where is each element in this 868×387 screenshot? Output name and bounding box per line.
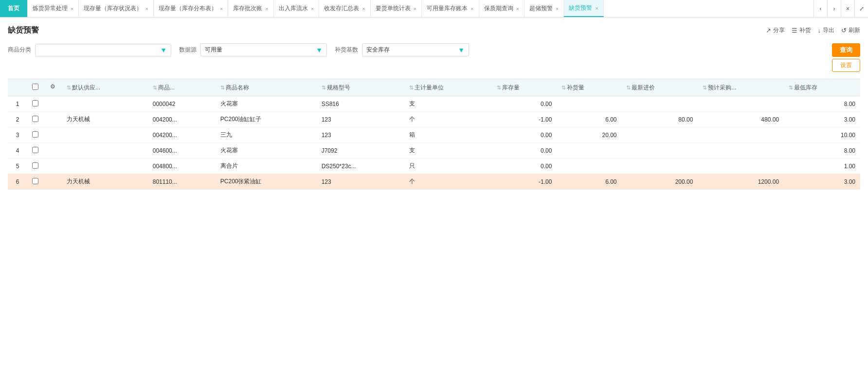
- replenish-button[interactable]: ☰ 补货: [792, 26, 811, 35]
- row-checkbox-cell: [27, 112, 43, 127]
- nav-prev-button[interactable]: ‹: [814, 0, 827, 18]
- nav-next-button[interactable]: ›: [827, 0, 841, 18]
- close-icon[interactable]: ×: [362, 6, 365, 12]
- row-checkbox-cell: [27, 174, 43, 190]
- nav-expand-button[interactable]: ⤢: [854, 0, 868, 18]
- tab-label: 收发存汇总表: [324, 4, 359, 13]
- row-checkbox[interactable]: [32, 162, 38, 169]
- product-code-sort[interactable]: 商品...: [153, 84, 175, 92]
- row-product-code: 004200...: [148, 127, 216, 143]
- header-actions: ↗ 分享 ☰ 补货 ↓ 导出 ↺ 刷新: [766, 26, 861, 35]
- row-est-purchase: [698, 96, 784, 112]
- row-stock: 0.00: [492, 127, 557, 143]
- row-latest-price: [621, 143, 698, 158]
- col-header-unit: 主计量单位: [404, 79, 492, 96]
- latest-price-sort[interactable]: 最新进价: [626, 84, 655, 92]
- chevron-left-icon: ‹: [820, 5, 822, 12]
- replenish-sort[interactable]: 补货量: [561, 84, 584, 92]
- row-product-name: PC200张紧油缸: [216, 174, 317, 190]
- nav-tab-10[interactable]: 超储预警 ×: [524, 0, 564, 17]
- nav-tab-7[interactable]: 要货单统计表 ×: [371, 0, 422, 17]
- est-purchase-sort[interactable]: 预计采购...: [703, 84, 736, 92]
- close-icon[interactable]: ×: [71, 6, 73, 12]
- row-est-purchase: [698, 127, 784, 143]
- nav-tab-6[interactable]: 收发存汇总表 ×: [319, 0, 370, 17]
- min-stock-sort[interactable]: 最低库存: [789, 84, 817, 92]
- row-supplier: [62, 96, 148, 112]
- close-icon[interactable]: ×: [516, 6, 519, 12]
- tab-label: 保质期查询: [484, 4, 513, 13]
- close-icon[interactable]: ×: [311, 6, 314, 12]
- row-replenish: [557, 158, 621, 174]
- share-button[interactable]: ↗ 分享: [766, 26, 785, 35]
- row-spec: 123: [317, 112, 404, 127]
- table-row: 2 力天机械 004200... PC200油缸缸子 123 个 -1.00 6…: [8, 112, 860, 127]
- row-index: 4: [8, 143, 27, 158]
- row-checkbox[interactable]: [32, 131, 38, 138]
- row-checkbox[interactable]: [32, 116, 38, 122]
- nav-close-button[interactable]: ×: [841, 0, 854, 18]
- row-product-code: 004600...: [148, 143, 216, 158]
- query-button[interactable]: 查询: [832, 43, 860, 57]
- row-min-stock: 10.00: [784, 127, 860, 143]
- row-supplier: 力天机械: [62, 174, 148, 190]
- nav-tab-8[interactable]: 可用量库存账本 ×: [422, 0, 479, 17]
- table-row: 1 0000042 火花塞 SS816 支 0.00 8.00: [8, 96, 860, 112]
- share-icon: ↗: [766, 27, 771, 34]
- col-header-supplier: 默认供应...: [62, 79, 148, 96]
- settings-button[interactable]: 设置: [832, 59, 860, 72]
- gear-icon[interactable]: ⚙: [48, 83, 57, 92]
- close-icon[interactable]: ×: [265, 6, 268, 12]
- row-checkbox[interactable]: [32, 100, 38, 106]
- nav-tab-5[interactable]: 出入库流水 ×: [274, 0, 319, 17]
- select-all-checkbox[interactable]: [32, 84, 38, 90]
- row-supplier: [62, 143, 148, 158]
- close-icon[interactable]: ×: [595, 5, 598, 11]
- row-replenish: 6.00: [557, 112, 621, 127]
- refresh-label: 刷新: [849, 26, 860, 35]
- close-icon[interactable]: ×: [145, 6, 148, 12]
- refresh-button[interactable]: ↺ 刷新: [841, 26, 860, 35]
- spec-sort[interactable]: 规格型号: [322, 84, 350, 92]
- product-name-sort[interactable]: 商品名称: [220, 84, 249, 92]
- unit-sort[interactable]: 主计量单位: [409, 84, 444, 92]
- nav-tab-4[interactable]: 库存批次账 ×: [228, 0, 273, 17]
- nav-tab-2[interactable]: 现存量（库存状况表） ×: [79, 0, 153, 17]
- nav-tab-3[interactable]: 现存量（库存分布表） ×: [154, 0, 228, 17]
- stock-sort[interactable]: 库存量: [497, 84, 520, 92]
- row-product-name: 火花塞: [216, 96, 317, 112]
- row-est-purchase: [698, 158, 784, 174]
- dropdown-icon: ▼: [316, 46, 323, 54]
- data-source-select[interactable]: 可用量 ▼: [200, 43, 327, 56]
- close-icon[interactable]: ×: [414, 6, 416, 12]
- export-label: 导出: [823, 26, 834, 35]
- export-button[interactable]: ↓ 导出: [818, 26, 835, 35]
- close-icon[interactable]: ×: [556, 6, 559, 12]
- close-icon[interactable]: ×: [220, 6, 223, 12]
- nav-tab-1[interactable]: 炼货异常处理 ×: [28, 0, 79, 17]
- category-select[interactable]: ▼: [35, 44, 171, 56]
- row-latest-price: [621, 127, 698, 143]
- row-latest-price: 200.00: [621, 174, 698, 190]
- tab-label: 炼货异常处理: [33, 4, 68, 13]
- close-icon[interactable]: ×: [470, 6, 473, 12]
- row-checkbox[interactable]: [32, 147, 38, 153]
- col-header-setting: ⚙: [43, 79, 62, 96]
- col-header-index: [8, 79, 27, 96]
- supplier-sort[interactable]: 默认供应...: [67, 84, 100, 92]
- row-stock: -1.00: [492, 112, 557, 127]
- row-checkbox-cell: [27, 158, 43, 174]
- close-icon: ×: [846, 5, 850, 12]
- nav-tab-9[interactable]: 保质期查询 ×: [479, 0, 524, 17]
- replenish-base-select[interactable]: 安全库存 ▼: [362, 43, 469, 56]
- replenish-label: 补货: [799, 26, 811, 35]
- nav-tab-11[interactable]: 缺货预警 ×: [564, 0, 603, 17]
- table-row: 4 004600... 火花塞 J7092 支 0.00 8.00: [8, 143, 860, 158]
- tab-label: 要货单统计表: [376, 4, 411, 13]
- row-checkbox[interactable]: [32, 178, 38, 184]
- replenish-base-label: 补货基数: [335, 46, 358, 54]
- col-header-min-stock: 最低库存: [784, 79, 860, 96]
- nav-tab-home[interactable]: 首页: [0, 0, 28, 17]
- row-spec: SS816: [317, 96, 404, 112]
- table-row: 3 004200... 三九 123 箱 0.00 20.00 10.00: [8, 127, 860, 143]
